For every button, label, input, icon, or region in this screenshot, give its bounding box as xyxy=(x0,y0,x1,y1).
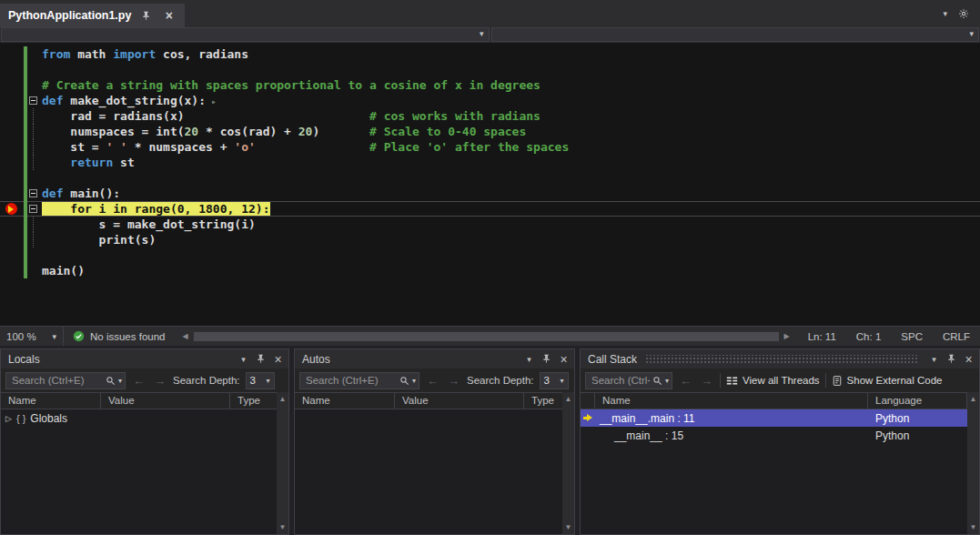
show-external-code-button[interactable]: Show External Code xyxy=(832,375,943,387)
fold-toggle-icon[interactable] xyxy=(29,96,37,105)
close-icon[interactable]: × xyxy=(556,351,571,367)
scroll-left-icon[interactable]: ◀ xyxy=(179,332,190,340)
column-header-name[interactable]: Name xyxy=(295,393,395,409)
breakpoint-margin[interactable] xyxy=(0,93,24,108)
search-depth-select[interactable]: 3 ▾ xyxy=(246,372,275,389)
code-line[interactable]: for i in range(0, 1800, 12): xyxy=(0,201,980,217)
column-header-name[interactable]: Name xyxy=(595,393,868,409)
document-tab[interactable]: PythonApplication1.py × xyxy=(0,4,185,27)
breakpoint-margin[interactable] xyxy=(0,186,24,201)
breakpoint-margin[interactable] xyxy=(0,247,24,263)
breakpoint-margin[interactable] xyxy=(0,217,24,232)
breakpoint-margin[interactable] xyxy=(0,108,24,124)
navbar-members-dropdown[interactable]: ▾ xyxy=(491,27,980,42)
search-dropdown-icon[interactable]: ▾ xyxy=(118,377,122,385)
code-line[interactable]: def main(): xyxy=(0,186,980,201)
search-next-icon[interactable]: → xyxy=(699,374,714,388)
scroll-up-icon[interactable]: ▲ xyxy=(279,395,287,403)
code-editor[interactable]: from math import cos, radians# Create a … xyxy=(0,43,980,326)
settings-gear-icon[interactable] xyxy=(958,8,969,19)
scrollbar-track[interactable] xyxy=(193,331,780,342)
code-line[interactable]: st = ' ' * numspaces + 'o' # Place 'o' a… xyxy=(0,139,980,155)
code-line[interactable]: numspaces = int(20 * cos(rad) + 20) # Sc… xyxy=(0,124,980,139)
vertical-scrollbar[interactable]: ▲ ▼ xyxy=(562,392,574,534)
code-line[interactable] xyxy=(0,170,980,186)
search-prev-icon[interactable]: ← xyxy=(425,374,440,388)
search-dropdown-icon[interactable]: ▾ xyxy=(665,377,669,385)
chevron-down-icon[interactable]: ▾ xyxy=(943,9,947,18)
code-line[interactable]: # Create a string with spaces proportion… xyxy=(0,77,980,93)
scroll-down-icon[interactable]: ▼ xyxy=(279,523,287,531)
search-input[interactable]: Search (Ctrl+E) ▾ xyxy=(299,372,419,389)
search-icon[interactable] xyxy=(652,376,662,386)
code-line[interactable]: return st xyxy=(0,155,980,170)
fold-margin[interactable] xyxy=(27,108,42,124)
fold-margin[interactable] xyxy=(27,155,42,170)
pin-icon[interactable] xyxy=(253,351,268,367)
fold-margin[interactable] xyxy=(27,46,42,62)
breakpoint-margin[interactable] xyxy=(0,46,24,62)
search-icon[interactable] xyxy=(106,376,116,386)
window-position-icon[interactable]: ▾ xyxy=(236,351,251,367)
search-icon[interactable] xyxy=(399,376,409,386)
column-header-name[interactable]: Name xyxy=(1,393,101,409)
column-header-language[interactable]: Language xyxy=(868,393,967,409)
navbar-types-dropdown[interactable]: ▾ xyxy=(1,27,490,42)
fold-margin[interactable] xyxy=(27,93,42,108)
scroll-right-icon[interactable]: ▶ xyxy=(782,332,793,340)
view-all-threads-button[interactable]: View all Threads xyxy=(726,375,820,387)
fold-margin[interactable] xyxy=(27,170,42,186)
expand-arrow-icon[interactable]: ▷ xyxy=(5,414,12,423)
scroll-down-icon[interactable]: ▼ xyxy=(565,523,572,531)
breakpoint-margin[interactable] xyxy=(0,124,24,139)
column-header-type[interactable]: Type xyxy=(230,393,277,409)
search-depth-select[interactable]: 3 ▾ xyxy=(540,372,569,389)
horizontal-scrollbar[interactable]: ◀ ▶ xyxy=(179,327,792,346)
breakpoint-margin[interactable] xyxy=(0,232,24,247)
column-header-type[interactable]: Type xyxy=(524,393,562,409)
pin-icon[interactable] xyxy=(138,8,154,24)
code-line[interactable] xyxy=(0,247,980,263)
code-line[interactable]: from math import cos, radians xyxy=(0,46,980,62)
window-position-icon[interactable]: ▾ xyxy=(521,351,537,367)
locals-titlebar[interactable]: Locals ▾ × xyxy=(1,349,288,368)
search-dropdown-icon[interactable]: ▾ xyxy=(412,377,416,385)
issues-indicator[interactable]: No issues found xyxy=(64,330,174,342)
breakpoint-margin[interactable] xyxy=(0,62,24,77)
breakpoint-margin[interactable] xyxy=(0,139,24,155)
vertical-scrollbar[interactable]: ▲ ▼ xyxy=(277,392,288,534)
code-line[interactable]: s = make_dot_string(i) xyxy=(0,217,980,232)
scrollbar-thumb[interactable] xyxy=(194,332,779,341)
fold-toggle-icon[interactable] xyxy=(29,189,37,197)
pin-icon[interactable] xyxy=(539,351,554,367)
search-next-icon[interactable]: → xyxy=(152,374,167,388)
column-header-value[interactable]: Value xyxy=(101,393,230,409)
fold-margin[interactable] xyxy=(27,186,42,201)
breakpoint-margin[interactable] xyxy=(0,155,24,170)
fold-margin[interactable] xyxy=(27,124,42,139)
fold-margin[interactable] xyxy=(27,201,42,217)
autos-titlebar[interactable]: Autos ▾ × xyxy=(295,349,574,368)
breakpoint-margin[interactable] xyxy=(0,170,24,186)
code-line[interactable]: main() xyxy=(0,263,980,278)
callstack-frame-row[interactable]: __main__ : 15Python xyxy=(581,427,967,444)
fold-margin[interactable] xyxy=(27,263,42,278)
close-icon[interactable]: × xyxy=(270,351,286,367)
zoom-control[interactable]: 100 % ▾ xyxy=(0,327,64,346)
code-line[interactable]: print(s) xyxy=(0,232,980,247)
space-mode-toggle[interactable]: SPC xyxy=(891,331,933,342)
line-ending-toggle[interactable]: CRLF xyxy=(933,331,980,342)
fold-margin[interactable] xyxy=(27,217,42,232)
vertical-scrollbar[interactable]: ▲ ▼ xyxy=(967,392,979,534)
fold-margin[interactable] xyxy=(27,247,42,263)
fold-margin[interactable] xyxy=(27,62,42,77)
titlebar-grip[interactable] xyxy=(645,355,918,363)
search-input[interactable]: Search (Ctrl+E) ▾ xyxy=(585,372,672,389)
table-row[interactable]: ▷{ }Globals xyxy=(1,409,277,427)
search-next-icon[interactable]: → xyxy=(446,374,461,388)
fold-margin[interactable] xyxy=(27,77,42,93)
code-line[interactable]: rad = radians(x) # cos works with radian… xyxy=(0,108,980,124)
callstack-titlebar[interactable]: Call Stack ▾ × xyxy=(581,349,979,368)
close-icon[interactable]: × xyxy=(161,8,177,24)
column-header-value[interactable]: Value xyxy=(395,393,524,409)
